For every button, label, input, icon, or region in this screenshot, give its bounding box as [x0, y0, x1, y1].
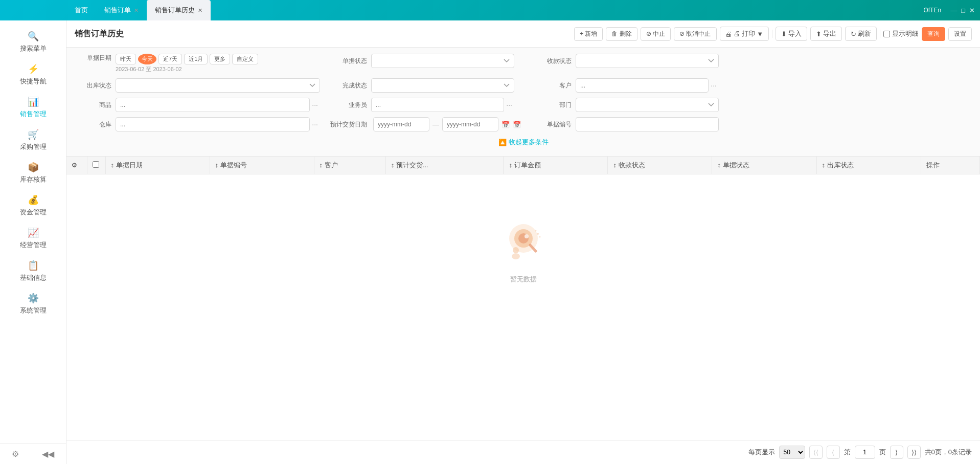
- brand-label: OfTEn: [923, 7, 941, 14]
- sidebar-item-inventory[interactable]: 📦 库存核算: [0, 157, 66, 189]
- page-number-input[interactable]: [855, 446, 875, 459]
- sidebar-item-sales[interactable]: 📊 销售管理: [0, 91, 66, 124]
- new-button[interactable]: + 新增: [574, 27, 603, 41]
- sidebar-item-finance-label: 资金管理: [20, 208, 47, 217]
- complete-status-label: 完成状态: [330, 81, 371, 90]
- sidebar-item-search-menu[interactable]: 🔍 搜索菜单: [0, 26, 66, 58]
- col-customer-label: ↕ 客户: [320, 161, 338, 169]
- delivery-date-start[interactable]: [373, 117, 429, 131]
- out-status-select[interactable]: [116, 78, 320, 93]
- tab-sales-order-history-close[interactable]: ✕: [198, 7, 202, 14]
- refresh-label: 刷新: [858, 29, 871, 38]
- col-actions: 操作: [921, 157, 979, 174]
- inventory-icon: 📦: [28, 162, 39, 173]
- refresh-button[interactable]: ↻ 刷新: [845, 27, 877, 41]
- first-page-icon: ⟨⟨: [813, 449, 818, 456]
- date-btn-more[interactable]: 更多: [210, 54, 230, 64]
- tab-sales-order[interactable]: 销售订单 ✕: [96, 0, 147, 20]
- export-icon: ⬆: [816, 30, 822, 38]
- tab-sales-order-close[interactable]: ✕: [134, 7, 139, 14]
- sidebar-item-master-data[interactable]: 📋 基础信息: [0, 255, 66, 288]
- per-page-label: 每页显示: [748, 448, 775, 457]
- order-no-input[interactable]: [576, 117, 719, 131]
- import-button[interactable]: ⬇ 导入: [776, 27, 807, 41]
- last-page-btn[interactable]: ⟩⟩: [907, 446, 921, 459]
- volume-icon[interactable]: ◀◀: [42, 449, 54, 459]
- next-page-btn[interactable]: ⟩: [890, 446, 903, 459]
- col-out-status[interactable]: ↕ 出库状态: [816, 157, 921, 174]
- svg-point-8: [513, 247, 519, 253]
- master-data-icon: 📋: [28, 260, 39, 271]
- per-page-select[interactable]: 10 20 50 100: [779, 446, 805, 459]
- stop-button[interactable]: ⊘ 中止: [641, 27, 671, 41]
- sidebar-item-quick-nav-label: 快捷导航: [20, 77, 47, 86]
- goods-input[interactable]: [116, 98, 310, 112]
- order-status-select[interactable]: [371, 54, 514, 68]
- display-detail-label: 显示明细: [892, 29, 919, 38]
- minimize-btn[interactable]: —: [950, 7, 957, 14]
- export-label: 导出: [823, 29, 836, 38]
- customer-input[interactable]: [576, 78, 709, 93]
- col-customer[interactable]: ↕ 客户: [314, 157, 385, 174]
- print-button[interactable]: 🖨 🖨 打印 ▼: [720, 27, 769, 41]
- tab-home[interactable]: 查询 首页: [66, 0, 96, 20]
- dept-select[interactable]: [576, 98, 719, 112]
- sidebar-item-finance[interactable]: 💰 资金管理: [0, 189, 66, 222]
- col-payment-status[interactable]: ↕ 收款状态: [608, 157, 712, 174]
- query-button[interactable]: 查询: [922, 27, 945, 41]
- col-order-no[interactable]: ↕ 单据编号: [210, 157, 314, 174]
- col-checkbox[interactable]: [87, 157, 105, 174]
- maximize-btn[interactable]: □: [961, 7, 965, 14]
- col-amount[interactable]: ↕ 订单金额: [504, 157, 608, 174]
- col-settings[interactable]: ⚙: [66, 157, 87, 174]
- sidebar-item-purchase[interactable]: 🛒 采购管理: [0, 124, 66, 157]
- close-btn[interactable]: ✕: [969, 7, 975, 14]
- page-prefix: 第: [844, 448, 851, 457]
- goods-more-icon[interactable]: ···: [310, 101, 320, 109]
- settings-gear-icon[interactable]: ⚙: [12, 449, 19, 459]
- customer-more-icon[interactable]: ···: [709, 81, 719, 90]
- prev-page-icon: ⟨: [832, 449, 834, 456]
- date-btn-today[interactable]: 今天: [138, 54, 156, 64]
- sidebar-item-quick-nav[interactable]: ⚡ 快捷导航: [0, 58, 66, 91]
- export-button[interactable]: ⬆ 导出: [810, 27, 842, 41]
- salesperson-more-icon[interactable]: ···: [504, 101, 514, 109]
- col-order-status[interactable]: ↕ 单据状态: [712, 157, 816, 174]
- delivery-date-label: 预计交货日期: [330, 120, 370, 129]
- prev-page-btn[interactable]: ⟨: [827, 446, 840, 459]
- date-btn-custom[interactable]: 自定义: [232, 54, 258, 64]
- sidebar-item-purchase-label: 采购管理: [20, 142, 47, 151]
- col-date[interactable]: ↕ 单据日期: [105, 157, 210, 174]
- payment-status-select[interactable]: [576, 54, 719, 68]
- tab-sales-order-history[interactable]: 销售订单历史 ✕: [147, 0, 211, 20]
- sidebar-item-system[interactable]: ⚙️ 系统管理: [0, 288, 66, 320]
- settings-button[interactable]: 设置: [948, 27, 972, 41]
- calendar-end-icon[interactable]: 📅: [513, 121, 521, 128]
- complete-status-select[interactable]: [371, 78, 514, 93]
- first-page-btn[interactable]: ⟨⟨: [809, 446, 823, 459]
- filter-area: 单据日期 昨天 今天 近7天 近1月 更多 自定义 2023-06-02 至 2…: [66, 48, 980, 157]
- window-controls: OfTEn — □ ✕: [923, 0, 975, 20]
- warehouse-more-icon[interactable]: ···: [310, 120, 320, 128]
- date-btn-7days[interactable]: 近7天: [158, 54, 182, 64]
- col-delivery[interactable]: ↕ 预计交货...: [385, 157, 504, 174]
- col-order-no-label: ↕ 单据编号: [215, 161, 247, 169]
- date-btn-1month[interactable]: 近1月: [184, 54, 208, 64]
- sidebar-item-operations[interactable]: 📈 经营管理: [0, 222, 66, 255]
- salesperson-input[interactable]: [371, 98, 504, 112]
- sidebar-item-system-label: 系统管理: [20, 306, 47, 315]
- warehouse-input[interactable]: [116, 117, 310, 131]
- select-all-checkbox[interactable]: [93, 161, 99, 168]
- print-dropdown-icon: ▼: [757, 30, 763, 38]
- collapse-bar[interactable]: 🔼 收起更多条件: [75, 135, 972, 150]
- import-label: 导入: [788, 29, 802, 38]
- date-btn-yesterday[interactable]: 昨天: [116, 54, 136, 64]
- delete-button[interactable]: 🗑 删除: [606, 27, 637, 41]
- delivery-date-end[interactable]: [442, 117, 498, 131]
- cancel-stop-button[interactable]: ⊘ 取消中止: [674, 27, 716, 41]
- display-detail-toggle[interactable]: 显示明细: [883, 29, 919, 38]
- col-out-status-label: ↕ 出库状态: [822, 161, 854, 169]
- display-detail-checkbox[interactable]: [883, 31, 890, 37]
- calendar-start-icon[interactable]: 📅: [502, 121, 510, 128]
- sidebar-bottom: ⚙ ◀◀: [0, 444, 66, 464]
